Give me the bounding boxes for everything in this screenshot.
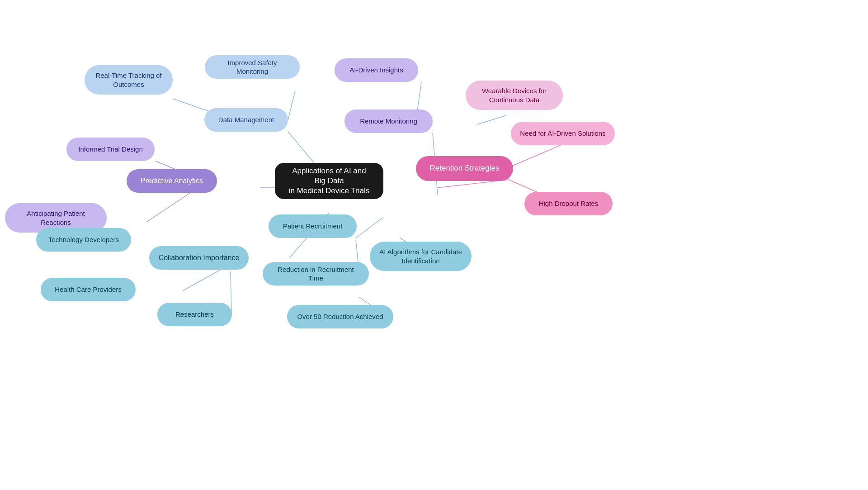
ai-algorithms-label: AI Algorithms for Candidate Identificati…: [379, 247, 462, 265]
remote-monitoring-label: Remote Monitoring: [360, 117, 417, 126]
collaboration-importance-node: Collaboration Importance: [149, 246, 249, 270]
predictive-analytics-node: Predictive Analytics: [127, 169, 217, 193]
svg-line-11: [477, 115, 506, 124]
svg-line-12: [509, 145, 561, 167]
remote-monitoring-node: Remote Monitoring: [344, 109, 433, 133]
collaboration-importance-label: Collaboration Importance: [159, 253, 240, 263]
svg-line-19: [231, 271, 231, 314]
center-label: Applications of AI and Big Data in Medic…: [288, 166, 370, 196]
improved-safety-node: Improved Safety Monitoring: [205, 55, 300, 79]
retention-strategies-label: Retention Strategies: [429, 163, 499, 173]
data-management-label: Data Management: [218, 115, 274, 124]
high-dropout-node: High Dropout Rates: [524, 192, 613, 215]
need-for-ai-node: Need for AI-Driven Solutions: [511, 122, 615, 145]
technology-developers-label: Technology Developers: [48, 235, 119, 244]
technology-developers-node: Technology Developers: [36, 228, 131, 252]
svg-line-18: [183, 269, 222, 290]
wearable-devices-node: Wearable Devices for Continuous Data: [466, 81, 563, 110]
informed-trial-label: Informed Trial Design: [78, 145, 143, 154]
need-for-ai-label: Need for AI-Driven Solutions: [520, 129, 605, 138]
svg-line-4: [356, 217, 383, 238]
svg-line-9: [147, 190, 194, 222]
researchers-node: Researchers: [157, 303, 232, 326]
informed-trial-node: Informed Trial Design: [66, 138, 155, 161]
center-node: Applications of AI and Big Data in Medic…: [275, 163, 383, 199]
over50-node: Over 50 Reduction Achieved: [287, 305, 393, 328]
ai-driven-insights-label: AI-Driven Insights: [349, 66, 403, 75]
reduction-time-label: Reduction in Recruitment Time: [272, 265, 360, 283]
reduction-time-node: Reduction in Recruitment Time: [263, 262, 369, 285]
predictive-analytics-label: Predictive Analytics: [141, 176, 203, 186]
patient-recruitment-node: Patient Recruitment: [269, 214, 357, 238]
real-time-tracking-node: Real-Time Tracking of Outcomes: [85, 65, 173, 95]
retention-strategies-node: Retention Strategies: [416, 156, 513, 181]
health-care-providers-node: Health Care Providers: [41, 278, 136, 301]
ai-algorithms-node: AI Algorithms for Candidate Identificati…: [370, 242, 472, 271]
patient-recruitment-label: Patient Recruitment: [283, 222, 343, 231]
real-time-tracking-label: Real-Time Tracking of Outcomes: [95, 71, 161, 89]
over50-label: Over 50 Reduction Achieved: [297, 312, 383, 321]
wearable-devices-label: Wearable Devices for Continuous Data: [482, 86, 547, 104]
improved-safety-label: Improved Safety Monitoring: [214, 58, 291, 76]
ai-driven-insights-node: AI-Driven Insights: [335, 58, 418, 82]
high-dropout-label: High Dropout Rates: [539, 199, 599, 208]
anticipating-patient-label: Anticipating Patient Reactions: [14, 209, 98, 227]
data-management-node: Data Management: [204, 108, 288, 132]
health-care-providers-label: Health Care Providers: [55, 285, 122, 294]
svg-line-6: [288, 90, 295, 120]
researchers-label: Researchers: [175, 310, 214, 319]
